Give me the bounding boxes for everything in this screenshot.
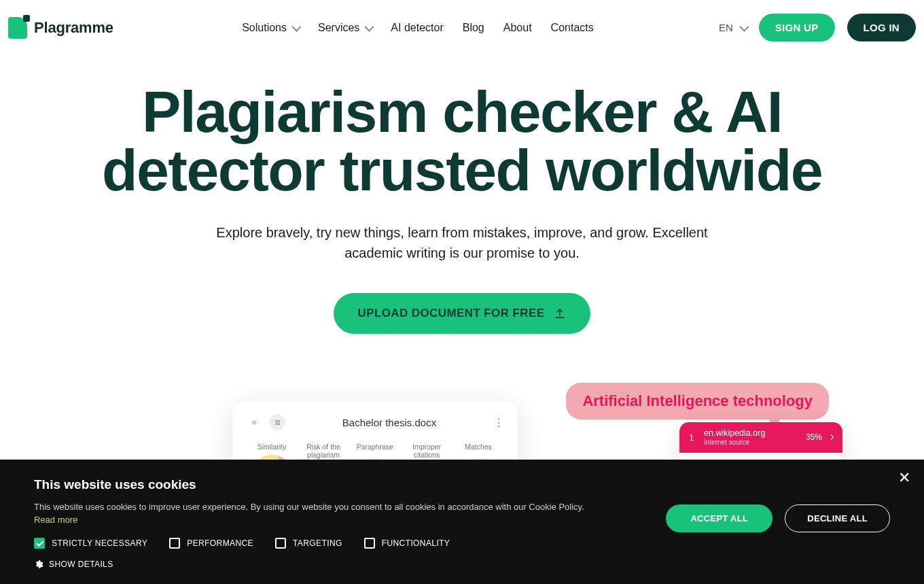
nav-about[interactable]: About	[503, 22, 532, 34]
cookie-opt-targeting[interactable]: TARGETING	[275, 538, 342, 549]
close-button[interactable]: ✕	[898, 469, 910, 487]
more-icon: ⋮	[493, 416, 504, 429]
logo-mark-icon	[8, 17, 27, 39]
upload-button-label: UPLOAD DOCUMENT FOR FREE	[358, 307, 545, 320]
source-type: Internet source	[704, 439, 799, 446]
nav-services[interactable]: Services	[318, 22, 372, 34]
nav-label: AI detector	[391, 22, 443, 34]
document-title: Bachelor thesis.docx	[292, 417, 486, 428]
site-header: Plagramme Solutions Services AI detector…	[0, 0, 924, 55]
upload-icon	[554, 307, 566, 320]
cookie-opt-functionality[interactable]: FUNCTIONALITY	[364, 538, 450, 549]
hero: Plagiarism checker & AI detector trusted…	[0, 55, 924, 334]
metric-label: Improper citations	[401, 443, 452, 459]
main-nav: Solutions Services AI detector Blog Abou…	[242, 22, 594, 34]
logo-text: Plagramme	[34, 19, 113, 37]
opt-label: TARGETING	[293, 538, 342, 548]
nav-contacts[interactable]: Contacts	[551, 22, 594, 34]
checkbox-icon	[275, 538, 286, 549]
accept-all-button[interactable]: ACCEPT ALL	[666, 504, 772, 532]
hero-subtext: Explore bravely, try new things, learn f…	[197, 222, 727, 263]
hero-headline: Plagiarism checker & AI detector trusted…	[27, 82, 897, 199]
source-row: 1 en.wikipedia.org Internet source 35%	[679, 422, 842, 453]
cookie-text: This website uses cookies to improve use…	[34, 500, 625, 514]
nav-label: Contacts	[551, 22, 594, 34]
cookie-opt-performance[interactable]: PERFORMANCE	[169, 538, 253, 549]
source-domain: en.wikipedia.org	[704, 429, 799, 439]
cookie-banner: ✕ This website uses cookies This website…	[0, 460, 924, 585]
list-view-icon: ≡	[246, 414, 262, 430]
logo[interactable]: Plagramme	[8, 17, 144, 39]
source-percent: 35%	[806, 432, 822, 442]
callout-ai: Artificial Intelligence technology	[566, 383, 829, 419]
nav-blog[interactable]: Blog	[463, 22, 484, 34]
nav-label: About	[503, 22, 532, 34]
decline-all-button[interactable]: DECLINE ALL	[785, 504, 890, 532]
metric-label: Risk of the plagiarism	[298, 443, 349, 459]
nav-ai-detector[interactable]: AI detector	[391, 22, 443, 34]
login-button[interactable]: LOG IN	[847, 14, 916, 41]
nav-label: Blog	[463, 22, 484, 34]
show-details-label: SHOW DETAILS	[49, 560, 113, 569]
opt-label: STRICTLY NECESSARY	[52, 538, 147, 548]
checkbox-checked-icon	[34, 538, 45, 549]
gear-icon	[34, 560, 43, 569]
checkbox-icon	[169, 538, 180, 549]
cookie-opt-necessary[interactable]: STRICTLY NECESSARY	[34, 538, 147, 549]
language-selector[interactable]: EN	[719, 22, 747, 33]
opt-label: FUNCTIONALITY	[382, 538, 450, 548]
upload-button[interactable]: UPLOAD DOCUMENT FOR FREE	[334, 293, 591, 334]
metric-label: Similarity	[246, 443, 298, 451]
cookie-read-more-link[interactable]: Read more	[34, 515, 77, 525]
nav-solutions[interactable]: Solutions	[242, 22, 299, 34]
language-current: EN	[719, 22, 733, 33]
nav-label: Services	[318, 22, 359, 34]
header-right: EN SIGN UP LOG IN	[719, 14, 916, 41]
chevron-right-icon	[828, 434, 834, 440]
opt-label: PERFORMANCE	[187, 538, 253, 548]
cookie-title: This website uses cookies	[34, 477, 890, 492]
metric-label: Paraphrase	[349, 443, 401, 451]
close-icon: ✕	[898, 469, 910, 486]
chevron-down-icon	[291, 22, 301, 31]
show-details-button[interactable]: SHOW DETAILS	[34, 560, 625, 569]
source-rank: 1	[689, 432, 697, 443]
checkbox-icon	[364, 538, 375, 549]
chevron-down-icon	[365, 22, 374, 31]
chart-view-icon: ≣	[269, 414, 285, 430]
metric-label: Matches	[452, 443, 504, 451]
nav-label: Solutions	[242, 22, 287, 34]
chevron-down-icon	[739, 22, 749, 31]
signup-button[interactable]: SIGN UP	[759, 14, 835, 41]
